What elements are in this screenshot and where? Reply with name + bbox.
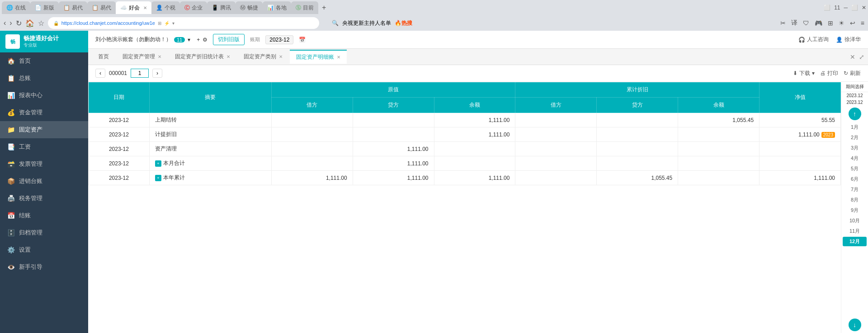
sidebar-item-guide[interactable]: 👁️ 新手引导: [0, 258, 88, 276]
month-item-9[interactable]: 10月: [843, 216, 867, 225]
cell-dep-balance-0: 1,055.45: [678, 113, 760, 127]
sidebar-item-fixed-assets[interactable]: 📁 固定资产: [0, 121, 88, 138]
browser-tab-1[interactable]: 📄 新版: [30, 1, 59, 14]
cell-dep-balance-2: [678, 142, 760, 156]
refresh-button[interactable]: ↻ 刷新: [844, 70, 861, 77]
new-tab-button[interactable]: +: [318, 4, 330, 12]
sidebar-label-settings: 设置: [19, 246, 31, 254]
forward-button[interactable]: ›: [9, 19, 12, 27]
address-bar-input[interactable]: 🔒 https://cloud.chanjet.com/accounting/u…: [48, 17, 319, 29]
print-button[interactable]: 🖨 打印: [820, 70, 838, 77]
url-text: https://cloud.chanjet.com/accounting/uw1…: [61, 20, 155, 26]
tab-close-all-icon[interactable]: ✕: [850, 53, 855, 61]
tab-close-depreciation-stats[interactable]: ✕: [226, 54, 230, 59]
home-button[interactable]: 🏠: [25, 19, 34, 28]
browser-tab-6[interactable]: Ⓒ 企业: [180, 1, 207, 14]
month-item-1[interactable]: 2月: [843, 133, 867, 142]
switch-version-button[interactable]: 切到旧版: [213, 34, 245, 45]
content-tab-depreciation-stats[interactable]: 固定资产折旧统计表 ✕: [169, 50, 236, 63]
refresh-button[interactable]: ↻: [16, 19, 22, 28]
tab-close-detail-ledger[interactable]: ✕: [337, 55, 340, 60]
tab-icon-7: 📱: [212, 5, 218, 11]
month-item-7[interactable]: 8月: [843, 195, 867, 205]
cell-dep-balance-4: [678, 171, 760, 185]
refresh-label: 刷新: [850, 70, 861, 77]
sidebar-item-archive[interactable]: 🗄️ 归档管理: [0, 224, 88, 241]
tab-bar-maximize[interactable]: ⬜: [851, 5, 858, 11]
next-page-button[interactable]: ›: [152, 69, 162, 78]
scissors-icon[interactable]: ✂: [780, 19, 786, 27]
tab-close-4[interactable]: ✕: [143, 5, 147, 10]
sidebar-item-funds[interactable]: 💰 资金管理: [0, 104, 88, 121]
payroll-icon: 📑: [7, 143, 14, 150]
browser-tab-7[interactable]: 📱 腾讯: [207, 1, 236, 14]
browser-tab-9[interactable]: 📊 各地: [263, 1, 291, 14]
period-edit-icon[interactable]: 📅: [299, 37, 306, 43]
sidebar-item-payroll[interactable]: 📑 工资: [0, 138, 88, 155]
month-item-0[interactable]: 1月: [843, 122, 867, 132]
sidebar-label-reports: 报表中心: [19, 91, 42, 99]
cell-date-4: 2023-12: [89, 171, 150, 185]
sidebar-item-tax[interactable]: 🖨️ 税务管理: [0, 190, 88, 207]
download-button[interactable]: ⬇ 下载 ▾: [793, 70, 815, 77]
month-item-6[interactable]: 7月: [843, 185, 867, 194]
back-button[interactable]: ‹: [4, 19, 6, 27]
prev-page-button[interactable]: ‹: [95, 69, 105, 78]
sidebar-label-invoices: 发票管理: [19, 160, 42, 168]
browser-tab-5[interactable]: 👤 个税: [151, 1, 180, 14]
grid-icon[interactable]: ⊞: [828, 19, 833, 27]
month-item-11[interactable]: 12月: [843, 237, 867, 246]
user-profile[interactable]: 👤 徐泽华: [836, 36, 861, 43]
shield-icon[interactable]: 🛡: [803, 19, 809, 27]
browser-tab-3[interactable]: 📋 易代: [87, 1, 116, 14]
undo-icon[interactable]: ↩: [850, 19, 855, 27]
brightness-icon[interactable]: ☀: [839, 19, 844, 27]
page-number-input[interactable]: 1: [131, 69, 149, 78]
col-original-value: 原值: [271, 82, 515, 98]
month-item-8[interactable]: 9月: [843, 206, 867, 215]
browser-tab-10[interactable]: Ⓢ 目前: [291, 1, 318, 14]
page-current: 000001: [109, 70, 127, 76]
content-tab-detail-ledger[interactable]: 固定资产明细账 ✕: [290, 50, 347, 64]
tab-expand-icon[interactable]: ⤢: [859, 53, 864, 61]
sidebar-item-invoices[interactable]: 🗃️ 发票管理: [0, 155, 88, 173]
month-item-4[interactable]: 5月: [843, 164, 867, 174]
tab-icon-2: 📋: [63, 5, 70, 11]
account-select[interactable]: 刘小艳演示账套（勿删勿动！） 11 ▾ + ⚙: [95, 36, 208, 43]
customer-service[interactable]: 🎧 人工咨询: [798, 36, 829, 43]
sidebar-item-settings[interactable]: ⚙️ 设置: [0, 241, 88, 258]
month-item-2[interactable]: 3月: [843, 143, 867, 153]
content-tab-home[interactable]: 首页: [92, 50, 115, 63]
content-tab-asset-category[interactable]: 固定资产类别 ✕: [237, 50, 289, 63]
month-item-10[interactable]: 11月: [843, 226, 867, 236]
cell-net-value-3: [760, 156, 841, 171]
tax-icon: 🖨️: [7, 195, 14, 202]
browser-tab-2[interactable]: 📋 易代: [59, 1, 87, 14]
sidebar-item-purchase-sales[interactable]: 📦 进销台账: [0, 173, 88, 190]
month-item-3[interactable]: 4月: [843, 154, 867, 163]
scroll-down-button[interactable]: ↓: [849, 319, 861, 331]
bookmark-button[interactable]: ☆: [38, 19, 44, 28]
tab-close-asset-category[interactable]: ✕: [279, 54, 283, 59]
sidebar-item-home[interactable]: 🏠 首页: [0, 52, 88, 70]
col-date: 日期: [89, 82, 150, 113]
period-label: 期间选择: [841, 82, 868, 92]
sidebar-item-closing[interactable]: 📅 结账: [0, 207, 88, 224]
gamepad-icon[interactable]: 🎮: [815, 19, 822, 27]
menu-icon[interactable]: ≡: [861, 19, 864, 27]
tab-bar-minimize[interactable]: ─: [844, 5, 848, 11]
settings-account-icon[interactable]: ⚙: [203, 37, 208, 43]
tab-close-fixed-asset-mgmt[interactable]: ✕: [158, 54, 161, 59]
sidebar-item-general-ledger[interactable]: 📋 总账: [0, 70, 88, 87]
month-item-5[interactable]: 6月: [843, 174, 867, 184]
browser-tab-8[interactable]: Ⓜ 畅捷: [236, 1, 263, 14]
tab-bar-close[interactable]: ✕: [862, 5, 866, 11]
translate-icon[interactable]: 译: [791, 19, 797, 27]
scroll-up-button[interactable]: ↑: [849, 108, 861, 120]
add-account-icon[interactable]: +: [197, 37, 200, 43]
browser-tab-4[interactable]: ☁️ 好会 ✕: [116, 1, 151, 14]
content-tab-fixed-asset-mgmt[interactable]: 固定资产管理 ✕: [116, 50, 168, 63]
sidebar-item-reports[interactable]: 📊 报表中心: [0, 87, 88, 104]
tab-label-2: 易代: [72, 4, 83, 12]
browser-tab-0[interactable]: 🌐 在线: [2, 1, 30, 14]
